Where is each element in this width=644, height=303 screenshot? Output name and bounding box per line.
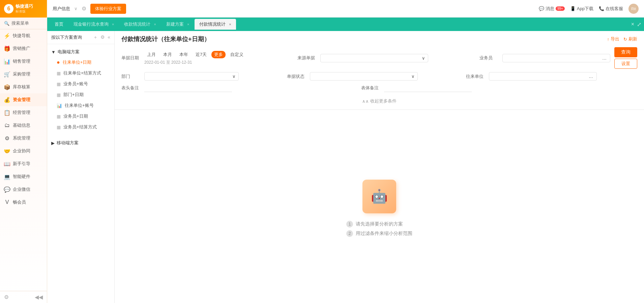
sidebar-item-hardware[interactable]: 💻 智能硬件 bbox=[0, 170, 47, 183]
sidebar-nav: ⚡ 快捷导航 🎁 营销推广 📊 销售管理 🛒 采购管理 📦 库存核算 💰 资金管… bbox=[0, 29, 47, 291]
partner-input[interactable]: … bbox=[489, 72, 597, 81]
pc-plan-section: ▼ 电脑端方案 ● 往来单位+日期 ▦ 往来单位+结算方式 ▦ 业务员+账号 ▦ bbox=[47, 44, 114, 135]
sidebar-item-inventory[interactable]: 📦 库存核算 bbox=[0, 81, 47, 93]
partner-ellipsis-icon: … bbox=[589, 74, 593, 79]
doc-status-label: 单据状态 bbox=[287, 73, 306, 80]
collapse-icon: ∧∧ bbox=[362, 99, 369, 104]
tab-close-cash-flow[interactable]: × bbox=[112, 22, 114, 26]
sidebar-item-basic-info[interactable]: 🗂 基础信息 bbox=[0, 119, 47, 132]
tab-cash-flow[interactable]: 现金银行流水查询× bbox=[69, 19, 119, 30]
empty-tips: 1 请先选择要分析的方案 2 用过滤条件来缩小分析范围 bbox=[346, 221, 412, 237]
settings-icon[interactable]: ⚙ bbox=[4, 294, 9, 300]
sidebar-item-marketing[interactable]: 🎁 营销推广 bbox=[0, 42, 47, 55]
date-btn-last-month[interactable]: 上月 bbox=[144, 51, 158, 58]
app-download-btn[interactable]: 📱 App下载 bbox=[570, 6, 593, 12]
tab-label-cash-flow: 现金银行流水查询 bbox=[74, 21, 109, 27]
dept-label: 部门 bbox=[121, 73, 140, 80]
tab-receipt-stats[interactable]: 收款情况统计× bbox=[119, 19, 160, 30]
source-select[interactable]: ∨ bbox=[320, 54, 428, 62]
plan-item-partner-date[interactable]: ● 往来单位+日期 bbox=[47, 57, 114, 68]
header-gear-icon[interactable]: ⚙ bbox=[82, 5, 86, 12]
sidebar-item-finance[interactable]: 💰 资金管理 bbox=[0, 93, 47, 106]
tab-close-new-plan[interactable]: × bbox=[187, 22, 189, 26]
sidebar-item-wechat[interactable]: 💬 企业微信 bbox=[0, 183, 47, 196]
tab-close-receipt-stats[interactable]: × bbox=[154, 22, 156, 26]
source-dropdown-icon: ∨ bbox=[422, 56, 425, 61]
filter-row-2: 部门 ∨ 单据状态 ∨ 往来单位 … bbox=[121, 72, 637, 81]
messages-btn[interactable]: 💬 消息 99+ bbox=[539, 6, 565, 12]
user-name: 用户信息 bbox=[53, 6, 70, 12]
filter-title-row: 付款情况统计（往来单位+日期） ↑ 导出 ↻ 刷新 bbox=[121, 35, 637, 43]
online-service-btn[interactable]: 📞 在线客服 bbox=[599, 6, 623, 12]
sidebar-item-quick-nav[interactable]: ⚡ 快捷导航 bbox=[0, 29, 47, 42]
nav-icon-hardware: 💻 bbox=[4, 174, 10, 180]
sidebar-search[interactable]: 🔍 搜索菜单 bbox=[0, 18, 47, 29]
service-icon: 📞 bbox=[599, 6, 604, 11]
staff-input[interactable]: … bbox=[502, 54, 610, 62]
trial-btn[interactable]: 体验行业方案 bbox=[90, 4, 126, 14]
nav-icon-guide: 📖 bbox=[4, 161, 10, 167]
query-btn[interactable]: 查询 bbox=[614, 47, 637, 57]
nav-label-marketing: 营销推广 bbox=[13, 46, 30, 52]
manage-plan-icon[interactable]: ⚙ bbox=[100, 34, 105, 40]
collapse-label: 收起更多条件 bbox=[370, 98, 397, 104]
header-note-label: 表头备注 bbox=[121, 85, 140, 91]
sidebar-logo: 6 畅捷通巧 标准版 bbox=[0, 0, 47, 18]
header-note-input[interactable] bbox=[144, 84, 232, 92]
date-btn-7days[interactable]: 近7天 bbox=[193, 51, 209, 58]
date-btn-this-year[interactable]: 本年 bbox=[177, 51, 191, 58]
collapse-panel-icon[interactable]: « bbox=[108, 34, 110, 40]
close-all-tabs-icon[interactable]: × bbox=[631, 21, 634, 28]
plan-item-partner-account[interactable]: 📊 往来单位+账号 bbox=[47, 100, 114, 111]
plan-item-partner-settlement[interactable]: ▦ 往来单位+结算方式 bbox=[47, 68, 114, 79]
plan-icon-dept-date: ▦ bbox=[57, 92, 61, 97]
plan-icon-partner-settlement: ▦ bbox=[57, 71, 61, 76]
dept-select[interactable]: ∨ bbox=[144, 72, 239, 81]
maximize-icon[interactable]: ⤢ bbox=[637, 21, 641, 28]
dept-dropdown-icon: ∨ bbox=[232, 74, 236, 79]
mobile-section-label: 移动端方案 bbox=[57, 140, 79, 146]
sidebar-bottom: ⚙ ◀◀ bbox=[0, 291, 47, 303]
export-btn[interactable]: ↑ 导出 bbox=[607, 36, 620, 42]
collapse-sidebar-icon[interactable]: ◀◀ bbox=[35, 294, 43, 300]
plan-item-staff-account[interactable]: ▦ 业务员+账号 bbox=[47, 79, 114, 89]
nav-icon-marketing: 🎁 bbox=[4, 46, 10, 52]
nav-label-quick-nav: 快捷导航 bbox=[13, 33, 30, 39]
sidebar-item-system[interactable]: ⚙ 系统管理 bbox=[0, 132, 47, 145]
nav-label-member: 畅会员 bbox=[13, 199, 26, 205]
date-btn-this-month[interactable]: 本月 bbox=[160, 51, 175, 58]
tab-home[interactable]: 首页 bbox=[50, 19, 68, 30]
sidebar-item-operation[interactable]: 📋 经营管理 bbox=[0, 106, 47, 119]
tab-payment-stats[interactable]: 付款情况统计× bbox=[195, 19, 236, 30]
nav-icon-inventory: 📦 bbox=[4, 84, 10, 90]
left-panel: 按以下方案查询 ＋ ⚙ « ▼ 电脑端方案 ● 往来单位+日期 ▦ bbox=[47, 31, 115, 303]
sidebar-item-guide[interactable]: 📖 新手引导 bbox=[0, 157, 47, 170]
refresh-btn[interactable]: ↻ 刷新 bbox=[623, 36, 637, 42]
user-dropdown-icon[interactable]: ∨ bbox=[74, 6, 78, 11]
collapse-bar[interactable]: ∧∧ 收起更多条件 bbox=[121, 95, 637, 107]
empty-robot-img: 🤖 bbox=[362, 180, 396, 213]
plan-item-staff-settlement[interactable]: ▦ 业务员+结算方式 bbox=[47, 122, 114, 132]
pc-section-title[interactable]: ▼ 电脑端方案 bbox=[47, 47, 114, 57]
body-note-input[interactable] bbox=[384, 84, 472, 92]
user-info: 用户信息 bbox=[53, 6, 70, 12]
nav-icon-sales: 📊 bbox=[4, 58, 10, 64]
avatar[interactable]: Rit bbox=[628, 4, 639, 14]
sidebar-item-sales[interactable]: 📊 销售管理 bbox=[0, 55, 47, 68]
tab-close-payment-stats[interactable]: × bbox=[229, 22, 231, 26]
sidebar-item-cooperation[interactable]: 🤝 企业协同 bbox=[0, 145, 47, 157]
mobile-section-title[interactable]: ▶ 移动端方案 bbox=[47, 138, 114, 148]
nav-label-cooperation: 企业协同 bbox=[13, 148, 30, 154]
sidebar-item-purchase[interactable]: 🛒 采购管理 bbox=[0, 68, 47, 81]
add-plan-icon[interactable]: ＋ bbox=[93, 34, 98, 40]
plan-item-staff-date[interactable]: ▦ 业务员+日期 bbox=[47, 111, 114, 122]
sidebar-item-member[interactable]: V 畅会员 bbox=[0, 196, 47, 209]
plan-item-dept-date[interactable]: ▦ 部门+日期 bbox=[47, 89, 114, 100]
date-btn-more[interactable]: 更多 bbox=[211, 51, 226, 58]
doc-status-select[interactable]: ∨ bbox=[310, 72, 418, 81]
date-btn-custom[interactable]: 自定义 bbox=[228, 51, 246, 58]
tab-new-plan[interactable]: 新建方案× bbox=[162, 19, 194, 30]
nav-label-finance: 资金管理 bbox=[13, 97, 30, 103]
nav-label-basic-info: 基础信息 bbox=[13, 122, 30, 128]
setting-btn[interactable]: 设置 bbox=[614, 59, 637, 69]
